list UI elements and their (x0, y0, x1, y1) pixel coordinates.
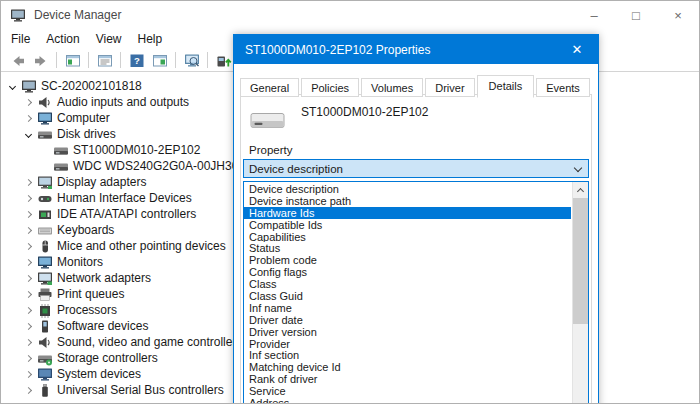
chevron-glyph (25, 386, 32, 393)
storage-controller-icon (36, 351, 54, 366)
menu-help[interactable]: Help (130, 30, 171, 48)
dropdown-option[interactable]: Driver version (244, 326, 571, 338)
dropdown-option[interactable]: Compatible Ids (244, 219, 571, 231)
scroll-up-button[interactable] (573, 182, 588, 197)
chevron-collapsed-icon[interactable] (21, 276, 36, 281)
dropdown-option[interactable]: Service (244, 385, 571, 397)
tree-item-label: Network adapters (57, 271, 151, 285)
chevron-collapsed-icon[interactable] (21, 292, 36, 297)
chevron-collapsed-icon[interactable] (21, 244, 36, 249)
dropdown-option[interactable]: Class Guid (244, 290, 571, 302)
chevron-collapsed-icon[interactable] (21, 324, 36, 329)
chevron-collapsed-icon[interactable] (21, 388, 36, 393)
chevron-expanded-icon[interactable] (21, 132, 36, 137)
disk-icon (52, 159, 70, 174)
property-dropdown-list: Device descriptionDevice instance pathHa… (243, 181, 589, 404)
chevron-collapsed-icon[interactable] (21, 100, 36, 105)
printer-icon (36, 287, 54, 302)
monitor-icon (36, 255, 54, 270)
chevron-collapsed-icon[interactable] (21, 116, 36, 121)
chevron-collapsed-icon[interactable] (21, 372, 36, 377)
chevron-collapsed-icon[interactable] (21, 356, 36, 361)
tree-item-label: WDC WDS240G2G0A-00JH30 (73, 159, 238, 173)
disk-drive-icon (250, 110, 286, 138)
scan-hardware-changes-icon[interactable] (180, 50, 203, 71)
tree-item-label: Human Interface Devices (57, 191, 192, 205)
dropdown-options: Device descriptionDevice instance pathHa… (244, 183, 571, 404)
tree-item-label: System devices (57, 367, 141, 381)
chevron-glyph (25, 338, 32, 345)
dropdown-option[interactable]: Driver date (244, 314, 571, 326)
chevron-glyph (25, 98, 32, 105)
audio-icon (36, 95, 54, 110)
dropdown-option[interactable]: Matching device Id (244, 361, 571, 373)
menu-action[interactable]: Action (38, 30, 87, 48)
keyboard-icon (36, 223, 54, 238)
tree-item-label: Audio inputs and outputs (57, 95, 189, 109)
menu-view[interactable]: View (88, 30, 130, 48)
chevron-collapsed-icon[interactable] (21, 180, 36, 185)
chevron-collapsed-icon[interactable] (21, 228, 36, 233)
chevron-expanded-icon[interactable] (5, 84, 20, 89)
tab-driver[interactable]: Driver (425, 78, 474, 97)
dropdown-option[interactable]: Hardware Ids (244, 207, 571, 219)
chevron-collapsed-icon[interactable] (21, 260, 36, 265)
scrollbar-thumb[interactable] (573, 198, 589, 324)
dropdown-option[interactable]: Problem code (244, 254, 571, 266)
dropdown-option[interactable]: Status (244, 242, 571, 254)
tab-policies[interactable]: Policies (301, 78, 359, 97)
chevron-collapsed-icon[interactable] (21, 308, 36, 313)
back-icon[interactable] (6, 50, 29, 71)
dropdown-option[interactable]: Device description (244, 183, 571, 195)
show-console-tree-icon[interactable] (61, 50, 84, 71)
toolbar-separator (207, 52, 208, 68)
dropdown-option[interactable]: Config flags (244, 266, 571, 278)
chevron-collapsed-icon[interactable] (21, 196, 36, 201)
tree-item-label: Storage controllers (57, 351, 158, 365)
dropdown-option[interactable]: Inf section (244, 349, 571, 361)
chevron-collapsed-icon[interactable] (21, 212, 36, 217)
dropdown-option[interactable]: Provider (244, 338, 571, 350)
tab-volumes[interactable]: Volumes (361, 78, 423, 97)
forward-icon[interactable] (29, 50, 52, 71)
audio-icon (36, 335, 54, 350)
action-pane-icon[interactable] (148, 50, 171, 71)
tree-item-label: Keyboards (57, 223, 114, 237)
tab-details[interactable]: Details (477, 75, 535, 98)
minimize-button[interactable]: – (573, 1, 615, 29)
chevron-glyph (25, 290, 32, 297)
dropdown-option[interactable]: Address (244, 397, 571, 404)
dropdown-option[interactable]: Rank of driver (244, 373, 571, 385)
tree-item-label: Display adapters (57, 175, 146, 189)
dropdown-option[interactable]: Inf name (244, 302, 571, 314)
tab-general[interactable]: General (240, 78, 299, 97)
tree-item-label: Print queues (57, 287, 124, 301)
dropdown-option[interactable]: Device instance path (244, 195, 571, 207)
maximize-button[interactable]: □ (615, 1, 657, 29)
dropdown-option[interactable]: Capabilities (244, 231, 571, 243)
tab-events[interactable]: Events (536, 78, 590, 97)
tree-item-label: Monitors (57, 255, 103, 269)
menu-file[interactable]: File (3, 30, 38, 48)
tree-item-label: Sound, video and game controllers (57, 335, 242, 349)
close-button[interactable]: × (657, 1, 699, 29)
help-icon[interactable]: ? (125, 50, 148, 71)
property-combobox[interactable]: Device description (243, 159, 589, 178)
dropdown-scrollbar[interactable] (572, 182, 588, 404)
chevron-glyph (25, 322, 32, 329)
properties-icon[interactable] (93, 50, 116, 71)
chevron-collapsed-icon[interactable] (21, 340, 36, 345)
dialog-close-icon[interactable]: ✕ (556, 35, 598, 64)
toolbar-separator (88, 52, 89, 68)
processor-icon (36, 303, 54, 318)
chevron-glyph (25, 274, 32, 281)
chevron-glyph (25, 258, 32, 265)
chevron-glyph (25, 114, 32, 121)
svg-text:?: ? (134, 55, 140, 66)
tree-item-label: IDE ATA/ATAPI controllers (57, 207, 196, 221)
details-tab-page: ST1000DM010-2EP102 Property Device descr… (240, 94, 592, 404)
property-label: Property (249, 144, 292, 156)
toolbar-separator (120, 52, 121, 68)
dropdown-option[interactable]: Class (244, 278, 571, 290)
update-driver-icon[interactable] (212, 50, 235, 71)
